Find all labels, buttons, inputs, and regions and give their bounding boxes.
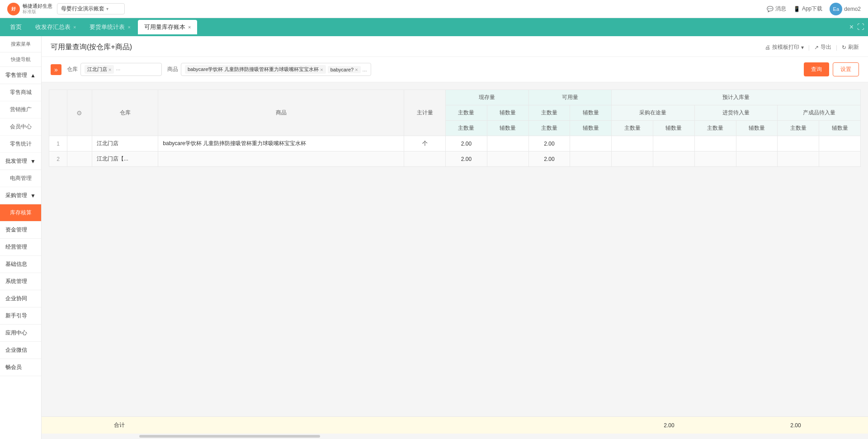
sidebar-item-base[interactable]: 基础信息: [0, 256, 41, 273]
message-button[interactable]: 💬 消息: [767, 5, 786, 13]
row-pt-sub-1: [653, 136, 694, 151]
close-tab-recv-send[interactable]: ×: [73, 24, 76, 30]
col-avail-sub2: 辅数量: [570, 121, 612, 136]
footer-bar: 合计 2.00 2.00: [42, 416, 868, 434]
col-pt-sub: 辅数量: [653, 121, 694, 136]
row-stock-sub-1: [487, 136, 528, 151]
sidebar: 搜索菜单 快捷导航 零售管理 ▲ 零售商城 营销推广 会员中心 零售统计 批发管…: [0, 36, 42, 439]
sidebar-item-ecommerce[interactable]: 电商管理: [0, 170, 41, 187]
nav-tabs: 首页 收发存汇总表 × 要货单统计表 × 可用量库存账本 × × ⛶: [0, 18, 868, 36]
remove-warehouse-tag[interactable]: ×: [108, 67, 111, 72]
chevron-up-icon: ▲: [30, 72, 36, 79]
user-profile[interactable]: Ea demo2: [830, 3, 861, 15]
data-table: ⚙ 仓库 商品 主计量 现存量 可用量 预计入库量 主数量 辅数量 主数量 辅数…: [49, 90, 861, 167]
chevron-down-icon: ▾: [106, 6, 108, 11]
tab-recv-send[interactable]: 收发存汇总表 ×: [29, 20, 82, 34]
col-prod-sub: 辅数量: [819, 121, 861, 136]
chevron-down-icon: ▾: [801, 44, 804, 51]
divider2: |: [836, 44, 837, 51]
col-rowno: [49, 90, 67, 136]
content-area: 可用量查询(按仓库+商品) 🖨 按模板打印 ▾ | ↗ 导出 | ↻ 刷新: [42, 36, 868, 439]
close-tab-available-stock[interactable]: ×: [188, 24, 191, 30]
col-planned-stock: 预计入库量: [612, 90, 861, 105]
col-stock-main: 主数量: [445, 105, 487, 121]
print-button[interactable]: 🖨 按模板打印 ▾: [765, 43, 804, 51]
row-product-1: babycare学饮杯 儿童防摔防撞吸管杯重力球吸嘴杯宝宝水杯: [158, 136, 404, 151]
table-container: ⚙ 仓库 商品 主计量 现存量 可用量 预计入库量 主数量 辅数量 主数量 辅数…: [42, 82, 868, 416]
sidebar-item-marketing[interactable]: 营销推广: [0, 101, 41, 118]
sidebar-item-member[interactable]: 畅会员: [0, 359, 41, 376]
sidebar-item-purchase[interactable]: 采购管理 ▼: [0, 187, 41, 204]
sidebar-group-wholesale: 批发管理 ▼ 电商管理: [0, 153, 41, 187]
col-warehouse: 仓库: [92, 90, 158, 136]
sidebar-item-finance[interactable]: 资金管理: [0, 222, 41, 239]
avatar: Ea: [830, 3, 842, 15]
col-gear[interactable]: ⚙: [67, 90, 92, 136]
sidebar-group-wholesale-header[interactable]: 批发管理 ▼: [0, 153, 41, 170]
close-tab-order-stats[interactable]: ×: [127, 24, 130, 30]
row-pp-sub-2: [736, 151, 778, 167]
sidebar-group-retail: 零售管理 ▲ 零售商城 营销推广 会员中心 零售统计: [0, 67, 41, 153]
col-stock-main2: 主数量: [445, 121, 487, 136]
row-avail-main-1: 2.00: [528, 136, 570, 151]
sidebar-item-inventory[interactable]: 库存核算: [0, 204, 41, 222]
org-selector[interactable]: 母婴行业演示账套 ▾: [57, 3, 125, 14]
row-prod-main-1: [778, 136, 819, 151]
divider: |: [808, 44, 810, 51]
product-input[interactable]: babycare学饮杯 儿童防摔防撞吸管杯重力球吸嘴杯宝宝水杯 × babyca…: [181, 63, 371, 76]
close-all-tabs-button[interactable]: ×: [849, 23, 854, 31]
row-stock-sub-2: [487, 151, 528, 167]
warehouse-tag: 江北门店 ×: [85, 65, 114, 74]
col-avail-main2: 主数量: [528, 121, 570, 136]
sidebar-item-retail-mall[interactable]: 零售商城: [0, 84, 41, 101]
row-stock-main-2: 2.00: [445, 151, 487, 167]
row-unit-2: [404, 151, 446, 167]
sidebar-item-wecom[interactable]: 企业微信: [0, 342, 41, 359]
row-pt-main-2: [612, 151, 653, 167]
page-title: 可用量查询(按仓库+商品): [51, 42, 132, 52]
product-tag-1: babycare学饮杯 儿童防摔防撞吸管杯重力球吸嘴杯宝宝水杯 ×: [185, 65, 326, 74]
sidebar-item-appcenter[interactable]: 应用中心: [0, 325, 41, 342]
quick-nav-item[interactable]: 快捷导航: [0, 52, 41, 67]
refresh-button[interactable]: ↻ 刷新: [842, 43, 859, 51]
app-download-button[interactable]: 📱 App下载: [793, 5, 822, 13]
row-prod-sub-2: [819, 151, 861, 167]
product-filter: 商品 babycare学饮杯 儿童防摔防撞吸管杯重力球吸嘴杯宝宝水杯 × bab…: [167, 63, 371, 76]
tab-order-stats[interactable]: 要货单统计表 ×: [83, 20, 137, 34]
col-current-stock: 现存量: [445, 90, 528, 105]
sidebar-item-operations[interactable]: 经营管理: [0, 239, 41, 256]
col-stock-sub: 辅数量: [487, 105, 528, 121]
row-warehouse-2: 江北门店【...: [92, 151, 158, 167]
search-menu-item[interactable]: 搜索菜单: [0, 36, 41, 52]
row-pt-main-1: [612, 136, 653, 151]
tab-available-stock[interactable]: 可用量库存账本 ×: [138, 20, 197, 34]
sidebar-item-enterprise[interactable]: 企业协同: [0, 290, 41, 307]
col-pur-transit: 采购在途量: [612, 105, 695, 121]
sidebar-item-system[interactable]: 系统管理: [0, 273, 41, 290]
warehouse-input[interactable]: 江北门店 × ···: [80, 63, 162, 76]
sidebar-group-retail-header[interactable]: 零售管理 ▲: [0, 67, 41, 84]
setting-button[interactable]: 设置: [833, 62, 859, 76]
horizontal-scrollbar[interactable]: [139, 435, 320, 438]
query-button[interactable]: 查询: [804, 62, 829, 76]
export-button[interactable]: ↗ 导出: [814, 43, 831, 51]
footer-total-label: 合计: [51, 421, 125, 429]
logo-area: 好 畅捷通好生意 标准版: [7, 3, 52, 15]
remove-product-tag-2[interactable]: ×: [355, 67, 358, 72]
table-row: 2 江北门店【... 2.00 2.00: [49, 151, 861, 167]
tab-home[interactable]: 首页: [4, 20, 28, 34]
sidebar-item-newbie[interactable]: 新手引导: [0, 307, 41, 325]
settings-icon: ⚙: [76, 109, 82, 117]
row-no-1: 1: [49, 136, 67, 151]
row-pp-main-1: [694, 136, 736, 151]
sidebar-item-members[interactable]: 会员中心: [0, 118, 41, 136]
expand-window-button[interactable]: ⛶: [857, 23, 864, 31]
page-actions: 🖨 按模板打印 ▾ | ↗ 导出 | ↻ 刷新: [765, 43, 859, 51]
col-avail-main: 主数量: [528, 105, 570, 121]
remove-product-tag-1[interactable]: ×: [320, 67, 323, 72]
row-pp-main-2: [694, 151, 736, 167]
filter-expand-button[interactable]: »: [51, 64, 61, 75]
top-bar-left: 好 畅捷通好生意 标准版 母婴行业演示账套 ▾: [7, 3, 125, 15]
row-avail-sub-1: [570, 136, 612, 151]
sidebar-item-retail-stats[interactable]: 零售统计: [0, 136, 41, 153]
